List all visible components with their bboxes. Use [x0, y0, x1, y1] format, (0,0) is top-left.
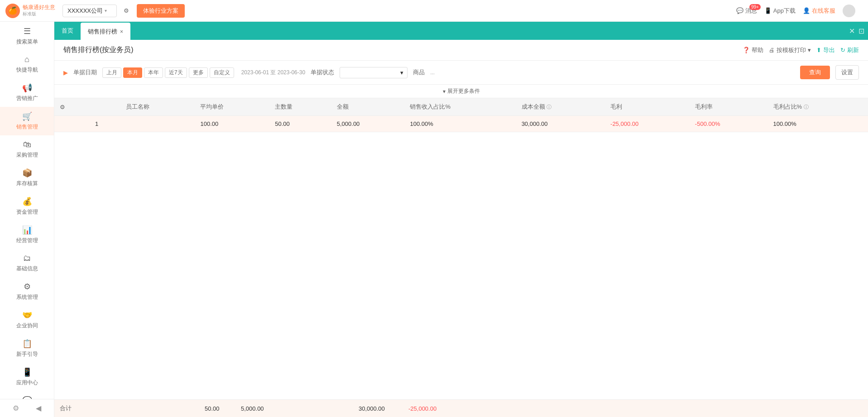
sidebar-item-enterprise-wechat[interactable]: 💬 企业微信	[0, 391, 54, 399]
sidebar: ☰ 搜索菜单 ⌂ 快捷导航 📢 营销推广 🛒 销售管理 🛍 采购管理	[0, 22, 54, 417]
enterprise-wechat-icon: 💬	[22, 396, 32, 399]
current-month-btn[interactable]: 本月	[123, 67, 142, 78]
enterprise-collab-icon: 🤝	[22, 310, 32, 320]
sidebar-label-system: 系统管理	[16, 293, 38, 301]
status-select-chevron-icon: ▾	[400, 69, 403, 76]
footer-gross-profit-val: -25,000.00	[408, 405, 436, 412]
company-selector[interactable]: XXXXXX公司 ▾	[62, 5, 117, 17]
tab-close-window-icon[interactable]: ✕	[849, 27, 855, 35]
print-icon: 🖨	[769, 47, 775, 53]
help-label: 帮助	[752, 46, 763, 54]
mobile-icon: 📱	[764, 7, 772, 14]
print-button[interactable]: 🖨 按模板打印 ▾	[769, 46, 811, 54]
sidebar-collapse-btn[interactable]: ◀	[36, 404, 41, 412]
filter-setting-btn[interactable]: 设置	[835, 65, 859, 80]
sidebar-item-inventory[interactable]: 📦 库存核算	[0, 163, 54, 192]
cell-amount: 5,000.00	[331, 116, 405, 132]
date-label: 单据日期	[73, 68, 97, 77]
sidebar-nav: ☰ 搜索菜单 ⌂ 快捷导航 📢 营销推广 🛒 销售管理 🛍 采购管理	[0, 22, 54, 399]
tab-bar: 首页 销售排行榜 × ✕ ⊡	[54, 22, 868, 40]
expand-icon: ▶	[63, 69, 68, 76]
sidebar-item-new-guide[interactable]: 📋 新手引导	[0, 334, 54, 363]
col-rank-header	[90, 98, 120, 116]
sidebar-label-search-order: 搜索菜单	[16, 38, 38, 46]
sidebar-label-inventory: 库存核算	[16, 180, 38, 187]
help-button[interactable]: ❓ 帮助	[743, 46, 763, 54]
message-button[interactable]: 💬 消息 99+	[736, 7, 757, 15]
date-buttons: 上月 本月 本年 近7天 更多 自定义	[102, 67, 234, 78]
tab-home[interactable]: 首页	[54, 22, 81, 40]
current-year-btn[interactable]: 本年	[144, 67, 163, 78]
custom-date-btn[interactable]: 自定义	[210, 67, 234, 78]
avatar[interactable]	[843, 5, 855, 17]
tab-sales-ranking-label: 销售排行榜	[88, 28, 117, 36]
goods-label: 商品	[413, 68, 425, 77]
export-button[interactable]: ⬆ 导出	[816, 46, 835, 54]
sidebar-item-system[interactable]: ⚙ 系统管理	[0, 277, 54, 306]
new-guide-icon: 📋	[22, 339, 32, 349]
status-select[interactable]: ▾	[340, 67, 408, 78]
cell-avg-price: 100.00	[195, 116, 269, 132]
footer-qty-val: 50.00	[205, 405, 241, 412]
help-icon: ❓	[743, 47, 750, 53]
sidebar-item-operations[interactable]: 📊 经营管理	[0, 220, 54, 249]
tab-close-btn[interactable]: ×	[120, 29, 123, 35]
message-icon: 💬	[736, 7, 743, 14]
online-service-button[interactable]: 👤 在线客服	[803, 7, 835, 15]
refresh-label: 刷新	[847, 46, 859, 54]
sidebar-label-operations: 经营管理	[16, 237, 38, 244]
sidebar-label-new-guide: 新手引导	[16, 350, 38, 358]
page-header: 销售排行榜(按业务员) ❓ 帮助 🖨 按模板打印 ▾ ⬆	[54, 40, 868, 61]
search-order-icon: ☰	[24, 26, 31, 36]
export-label: 导出	[823, 46, 835, 54]
col-gross-margin-header: 毛利率	[690, 98, 768, 116]
expand-more-icon: ▾	[443, 88, 446, 95]
settings-icon-btn[interactable]: ⚙	[120, 4, 133, 18]
col-settings-header[interactable]: ⚙	[54, 98, 90, 116]
goods-more-btn[interactable]: ...	[430, 69, 435, 76]
footer-amount-val: 5,000.00	[241, 405, 286, 412]
col-qty-header: 主数量	[269, 98, 331, 116]
expand-row: ▾ 展开更多条件	[54, 85, 868, 98]
sidebar-bottom: ⚙ ◀	[0, 399, 54, 417]
page-title: 销售排行榜(按业务员)	[63, 45, 134, 55]
sidebar-item-basic-info[interactable]: 🗂 基础信息	[0, 249, 54, 277]
col-cost-header: 成本全额 ⓘ	[516, 98, 605, 116]
data-table: ⚙ 员工名称 平均单价 主数量 全额 销售收入占比% 成本全额 ⓘ 毛利 毛利率	[54, 98, 868, 132]
tab-restore-icon[interactable]: ⊡	[858, 27, 864, 35]
sidebar-label-marketing: 营销推广	[16, 95, 38, 102]
cost-info-icon[interactable]: ⓘ	[547, 104, 551, 110]
last-month-btn[interactable]: 上月	[102, 67, 121, 78]
export-icon: ⬆	[816, 47, 821, 53]
sidebar-item-quick-nav[interactable]: ⌂ 快捷导航	[0, 50, 54, 78]
try-industry-button[interactable]: 体验行业方案	[137, 4, 185, 18]
cell-sales-pct: 100.00%	[404, 116, 516, 132]
cell-gross-pct: 100.00%	[768, 116, 868, 132]
more-date-btn[interactable]: 更多	[189, 67, 208, 78]
last7days-btn[interactable]: 近7天	[165, 67, 187, 78]
footer-cost-val: 30,000.00	[359, 405, 408, 412]
sidebar-item-sales[interactable]: 🛒 销售管理	[0, 107, 54, 135]
sidebar-item-app-center[interactable]: 📱 应用中心	[0, 363, 54, 391]
search-button[interactable]: 查询	[800, 66, 830, 79]
table-row: 1 100.00 50.00 5,000.00 100.00% 30,000.0…	[54, 116, 868, 132]
cell-gross-margin: -500.00%	[690, 116, 768, 132]
logo-sub: 标准版	[23, 11, 55, 17]
app-download-button[interactable]: 📱 App下载	[764, 7, 796, 15]
refresh-button[interactable]: ↻ 刷新	[840, 46, 859, 54]
footer-total-label: 合计	[60, 404, 78, 412]
sidebar-item-marketing[interactable]: 📢 营销推广	[0, 78, 54, 107]
sidebar-item-enterprise-collab[interactable]: 🤝 企业协同	[0, 306, 54, 334]
sidebar-item-search-order[interactable]: ☰ 搜索菜单	[0, 22, 54, 50]
sidebar-item-purchase[interactable]: 🛍 采购管理	[0, 135, 54, 163]
sidebar-label-sales: 销售管理	[16, 123, 38, 131]
gross-pct-info-icon[interactable]: ⓘ	[804, 104, 809, 110]
expand-more-button[interactable]: ▾ 展开更多条件	[443, 87, 480, 95]
inventory-icon: 📦	[22, 168, 32, 178]
tab-sales-ranking[interactable]: 销售排行榜 ×	[81, 23, 130, 41]
filter-expand-btn[interactable]: ▶	[63, 69, 68, 76]
sidebar-settings-btn[interactable]: ⚙	[13, 404, 19, 412]
finance-icon: 💰	[22, 197, 32, 206]
cell-settings	[54, 116, 90, 132]
sidebar-item-finance[interactable]: 💰 资金管理	[0, 192, 54, 220]
